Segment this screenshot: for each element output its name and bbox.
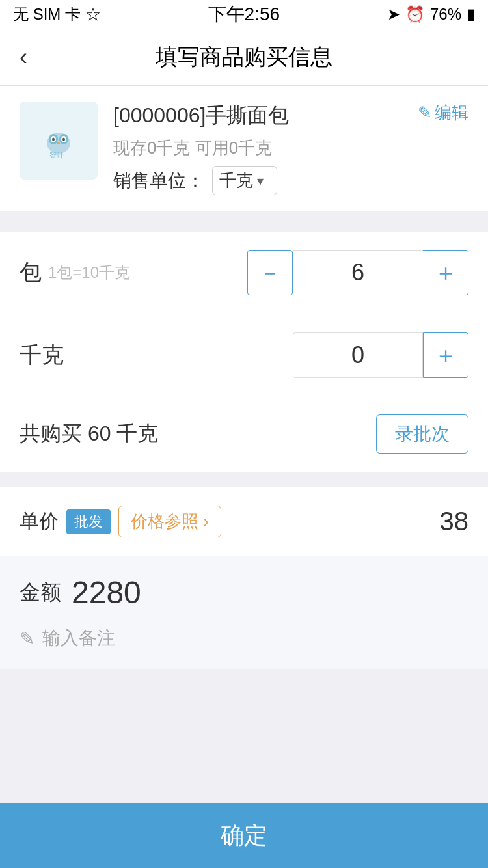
price-tag: 批发 [66,509,111,534]
remark-row[interactable]: ✎ 输入备注 [20,626,468,669]
bao-input[interactable] [293,250,423,295]
price-value: 38 [440,507,469,536]
product-logo: 智计 [39,121,78,160]
batch-button[interactable]: 录批次 [376,414,468,454]
price-ref-button[interactable]: 价格参照 › [118,506,221,537]
summary-section: 共购买 60 千克 录批次 [0,396,488,472]
edit-label: 编辑 [435,102,468,124]
amount-label: 金额 [20,578,61,607]
location-icon: ➤ [387,5,400,23]
svg-text:智计: 智计 [49,151,64,159]
kg-row: 千克 ＋ [20,314,468,396]
page-title: 填写商品购买信息 [156,42,332,72]
product-card: 智计 [0000006]手撕面包 ✎ 编辑 现存0千克 可用0千克 销售单位： … [0,86,488,211]
remark-placeholder: 输入备注 [42,626,115,651]
edit-button[interactable]: ✎ 编辑 [418,102,468,124]
price-label-group: 单价 批发 价格参照 › [20,506,221,537]
bao-stepper: － ＋ [247,250,468,295]
kg-input[interactable] [293,332,423,378]
confirm-button[interactable]: 确定 [0,803,488,868]
section-divider-2 [0,472,488,482]
amount-section: 金额 2280 ✎ 输入备注 [0,556,488,669]
summary-text: 共购买 60 千克 [20,420,158,448]
amount-value: 2280 [72,575,141,610]
product-image: 智计 [20,102,98,180]
alarm-icon: ⏰ [405,5,425,23]
input-section: 包 1包=10千克 － ＋ 千克 ＋ [0,232,488,396]
amount-row: 金额 2280 [20,575,468,626]
section-divider-1 [0,221,488,232]
status-bar: 无 SIM 卡 ☆ 下午2:56 ➤ ⏰ 76% ▮ [0,0,488,29]
product-unit: 销售单位： 千克 ▾ [113,166,468,195]
product-stock: 现存0千克 可用0千克 [113,137,468,159]
bao-minus-button[interactable]: － [247,250,293,295]
svg-point-6 [62,138,65,141]
status-left: 无 SIM 卡 ☆ [13,4,101,25]
bao-label: 包 [20,258,42,288]
product-info: [0000006]手撕面包 ✎ 编辑 现存0千克 可用0千克 销售单位： 千克 … [113,102,468,195]
kg-plus-button[interactable]: ＋ [423,332,468,378]
nav-bar: ‹ 填写商品购买信息 [0,29,488,86]
unit-value: 千克 [219,169,253,192]
kg-stepper: ＋ [293,332,468,378]
battery-percent: 76% [430,5,461,23]
bao-hint: 1包=10千克 [48,262,130,283]
bao-row: 包 1包=10千克 － ＋ [20,232,468,314]
product-name: [0000006]手撕面包 [113,102,418,130]
svg-point-5 [52,138,55,141]
price-label: 单价 [20,508,59,535]
status-time: 下午2:56 [208,2,280,27]
sim-status: 无 SIM 卡 ☆ [13,4,101,25]
unit-label: 销售单位： [113,169,204,193]
battery-icon: ▮ [467,5,475,23]
status-right: ➤ ⏰ 76% ▮ [387,5,475,23]
pencil-icon: ✎ [20,628,34,649]
price-section: 单价 批发 价格参照 › 38 [0,482,488,556]
edit-icon: ✎ [418,103,432,123]
bao-plus-button[interactable]: ＋ [423,250,468,295]
bao-label-group: 包 1包=10千克 [20,258,130,288]
kg-label: 千克 [20,340,64,370]
back-button[interactable]: ‹ [20,44,27,71]
unit-selector[interactable]: 千克 ▾ [212,166,277,195]
svg-point-7 [57,142,60,144]
dropdown-arrow-icon: ▾ [257,173,264,189]
product-header: [0000006]手撕面包 ✎ 编辑 [113,102,468,130]
confirm-label: 确定 [221,820,267,852]
